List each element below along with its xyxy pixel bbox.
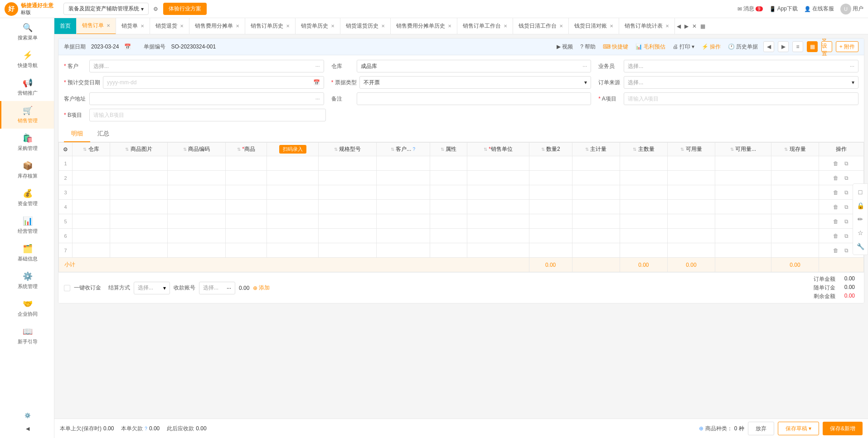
sidebar-item-purchase[interactable]: 🛍️ 采购管理 xyxy=(0,129,54,156)
th-code[interactable]: ⇅ 商品编码 xyxy=(168,143,226,156)
sidebar-item-marketing[interactable]: 📢 营销推广 xyxy=(0,73,54,101)
th-qty2[interactable]: ⇅ 数量2 xyxy=(529,143,572,156)
float-btn-1[interactable]: □ xyxy=(854,186,867,198)
th-product[interactable]: ⇅ *商品 xyxy=(225,143,267,156)
nav-next-btn[interactable]: ▶ xyxy=(778,41,789,52)
user-item[interactable]: U 用户 xyxy=(840,4,863,14)
float-btn-edit[interactable]: ✏ xyxy=(854,213,867,226)
row-delete-btn[interactable]: 🗑 xyxy=(831,246,840,255)
row-delete-btn[interactable]: 🗑 xyxy=(831,202,840,212)
form-view-btn[interactable]: ▦ xyxy=(807,41,818,52)
print-btn[interactable]: 🖨 打印 ▾ xyxy=(671,42,696,52)
add-payment-btn[interactable]: ⊕ 添加 xyxy=(253,284,270,292)
tab-close-icon[interactable]: ✕ xyxy=(180,24,184,29)
solution-button[interactable]: 体验行业方案 xyxy=(163,3,207,15)
save-new-button[interactable]: 保存&新增 xyxy=(823,422,863,435)
discard-button[interactable]: 放弃 xyxy=(748,422,774,435)
nav-prev-btn[interactable]: ◀ xyxy=(763,41,774,52)
row-copy-btn[interactable]: ⧉ xyxy=(842,231,851,241)
tab-sales-order-history[interactable]: 销售订单历史 ✕ xyxy=(245,18,296,34)
save-draft-button[interactable]: 保存草稿 ▾ xyxy=(778,422,819,435)
a-project-input[interactable]: 请输入A项目 xyxy=(624,92,858,105)
row-copy-btn[interactable]: ⧉ xyxy=(842,217,851,226)
sidebar-item-system[interactable]: ⚙️ 系统管理 xyxy=(0,267,54,294)
history-btn[interactable]: 🕐 历史单据 xyxy=(726,42,760,52)
tab-close-icon[interactable]: ✕ xyxy=(141,24,144,29)
scan-btn[interactable]: 扫码录入 xyxy=(279,145,306,154)
delivery-date-input[interactable]: yyyy-mm-dd 📅 xyxy=(103,76,324,89)
sidebar-item-enterprise[interactable]: 🤝 企业协同 xyxy=(0,294,54,322)
tab-close-icon[interactable]: ✕ xyxy=(381,24,385,29)
video-btn[interactable]: ▶ 视频 xyxy=(555,42,575,52)
tab-sales-return[interactable]: 销货退货 ✕ xyxy=(150,18,189,34)
tab-sales-delivery[interactable]: 销货单 ✕ xyxy=(116,18,150,34)
tabs-nav-close[interactable]: ✕ xyxy=(690,23,698,29)
tabs-nav-right[interactable]: ▶ xyxy=(683,23,690,29)
customer-address-input[interactable]: ··· xyxy=(89,92,324,105)
tab-home[interactable]: 首页 xyxy=(54,18,77,34)
th-stock[interactable]: ⇅ 现存量 xyxy=(771,143,819,156)
tab-sales-order[interactable]: 销售订单 ✕ xyxy=(77,18,116,34)
float-btn-star[interactable]: ☆ xyxy=(854,226,867,239)
remark-input[interactable] xyxy=(357,92,592,105)
tab-delivery-history[interactable]: 销货单历史 ✕ xyxy=(296,18,340,34)
tab-detail[interactable]: 明细 xyxy=(64,126,90,142)
settings-right-btn[interactable]: ⚙ 设置 xyxy=(821,41,832,52)
one-key-checkbox[interactable] xyxy=(64,285,70,291)
sidebar-item-quicknav[interactable]: ⚡ 快捷导航 xyxy=(0,46,54,73)
tab-close-icon[interactable]: ✕ xyxy=(504,24,507,29)
tab-sales-stats[interactable]: 销售订单统计表 ✕ xyxy=(619,18,675,34)
row-copy-btn[interactable]: ⧉ xyxy=(842,188,851,197)
th-unit[interactable]: ⇅ *销售单位 xyxy=(467,143,529,156)
row-delete-btn[interactable]: 🗑 xyxy=(831,188,840,197)
settings-icon[interactable]: ⚙ xyxy=(151,5,160,13)
profit-btn[interactable]: 📊 毛利预估 xyxy=(634,42,667,52)
row-delete-btn[interactable]: 🗑 xyxy=(831,173,840,183)
tab-close-icon[interactable]: ✕ xyxy=(331,24,335,29)
tabs-nav-menu[interactable]: ▦ xyxy=(698,23,707,29)
th-spec[interactable]: ⇅ 规格型号 xyxy=(319,143,377,156)
list-view-btn[interactable]: ≡ xyxy=(792,41,803,52)
th-warehouse[interactable]: ⇅ 仓库 xyxy=(73,143,110,156)
tab-expense-history[interactable]: 销售费用分摊单历史 ✕ xyxy=(391,18,457,34)
sidebar-settings-btn[interactable]: ⚙️ xyxy=(21,411,33,420)
shortcut-btn[interactable]: ⌨ 快捷键 xyxy=(601,42,630,52)
tab-close-icon[interactable]: ✕ xyxy=(448,24,451,29)
row-copy-btn[interactable]: ⧉ xyxy=(842,173,851,183)
sidebar-collapse-btn[interactable]: ◀ xyxy=(23,424,31,433)
row-delete-btn[interactable]: 🗑 xyxy=(831,231,840,241)
th-available2[interactable]: ⇅ 可用量... xyxy=(715,143,771,156)
message-item[interactable]: ✉ 消息 9 xyxy=(737,5,763,13)
customer-input[interactable]: 选择... ··· xyxy=(89,60,324,72)
th-image[interactable]: ⇅ 商品图片 xyxy=(110,143,168,156)
warehouse-input[interactable]: 成品库 ··· xyxy=(357,60,592,72)
tab-cash-reconcile[interactable]: 钱货日清对账 ✕ xyxy=(569,18,619,34)
th-settings[interactable]: ⚙ xyxy=(59,143,73,156)
sidebar-item-search[interactable]: 🔍 搜索菜单 xyxy=(0,18,54,46)
float-btn-tool[interactable]: 🔧 xyxy=(854,240,867,253)
row-delete-btn[interactable]: 🗑 xyxy=(831,217,840,226)
sidebar-item-sales[interactable]: 🛒 销售管理 xyxy=(0,101,54,129)
row-delete-btn[interactable]: 🗑 xyxy=(831,159,840,168)
help-btn[interactable]: ? 帮助 xyxy=(578,42,597,52)
tab-close-icon[interactable]: ✕ xyxy=(107,23,110,28)
tab-cash-workbench[interactable]: 钱货日清工作台 ✕ xyxy=(513,18,569,34)
row-copy-btn[interactable]: ⧉ xyxy=(842,159,851,168)
th-main-qty[interactable]: ⇅ 主数量 xyxy=(620,143,667,156)
th-attr[interactable]: ⇅ 属性 xyxy=(430,143,467,156)
row-copy-btn[interactable]: ⧉ xyxy=(842,202,851,212)
tab-summary[interactable]: 汇总 xyxy=(90,126,116,142)
tab-return-history[interactable]: 销货退货历史 ✕ xyxy=(340,18,391,34)
sidebar-item-basic[interactable]: 🗂️ 基础信息 xyxy=(0,239,54,267)
tab-close-icon[interactable]: ✕ xyxy=(610,24,613,29)
order-source-select[interactable]: 选择... ▾ xyxy=(624,76,858,89)
float-btn-lock[interactable]: 🔒 xyxy=(854,199,867,212)
th-main-unit[interactable]: ⇅ 主计量 xyxy=(572,143,620,156)
sidebar-item-inventory[interactable]: 📦 库存核算 xyxy=(0,156,54,184)
add-attachment-btn[interactable]: + 附件 xyxy=(836,41,858,52)
invoice-type-select[interactable]: 不开票 ▾ xyxy=(359,76,592,89)
sidebar-item-guide[interactable]: 📖 新手引导 xyxy=(0,322,54,350)
tab-close-icon[interactable]: ✕ xyxy=(665,24,669,29)
salesman-input[interactable]: 选择... ··· xyxy=(624,60,858,72)
b-project-input[interactable]: 请输入B项目 xyxy=(89,109,326,121)
